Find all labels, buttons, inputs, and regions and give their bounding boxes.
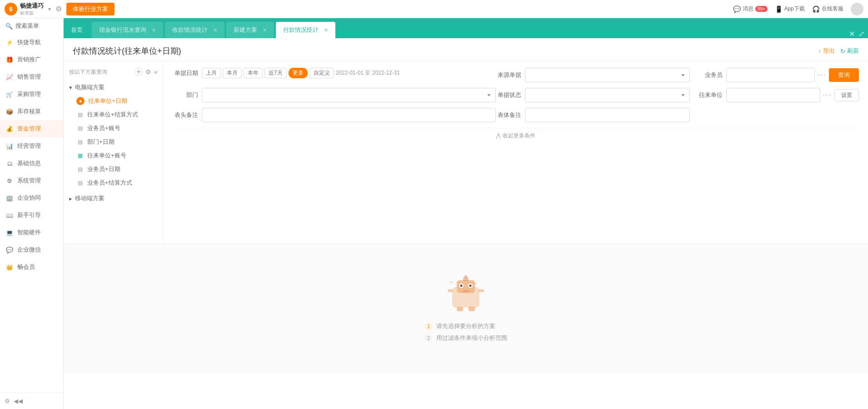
sidebar: 搜索菜单 ⚡快捷导航🎁营销推广📈销售管理🛒采购管理📦库存核算💰资金管理📊经营管理… — [0, 18, 64, 409]
export-button[interactable]: ↑ 导出 — [818, 47, 835, 55]
sidebar-item-hardware[interactable]: 💻智能硬件 — [0, 224, 63, 241]
sidebar-item-base[interactable]: 🗂基础信息 — [0, 155, 63, 172]
partner-dots-btn[interactable]: ··· — [823, 91, 832, 99]
tab-actions: ✕ ⤢ — [845, 30, 868, 38]
svg-rect-10 — [469, 307, 475, 311]
logo-dropdown-icon[interactable]: ▾ — [48, 6, 51, 12]
tab-receivable-close[interactable] — [213, 27, 217, 33]
voucher-status-select[interactable] — [525, 88, 690, 102]
top-bar: 6 畅捷通巧 标准版 ▾ ⚙ 体验行业方案 消息 99+ App下载 — [0, 0, 868, 18]
scheme-item-unit-account[interactable]: 往来单位+账号 — [64, 149, 163, 162]
tab-new-scheme[interactable]: 新建方案 — [226, 22, 274, 38]
search-menu-item[interactable]: 搜索菜单 — [0, 18, 63, 34]
scheme-item-unit-payment-icon — [76, 111, 84, 118]
scheme-pc-group-header[interactable]: ▾ 电脑端方案 — [64, 81, 163, 94]
sidebar-item-wechat[interactable]: 💬企业微信 — [0, 241, 63, 258]
collapse-button[interactable]: ⋀ 收起更多条件 — [493, 129, 539, 142]
empty-state-container: ✦ ✦ 1 请先选择要分析的方案 2 用过滤条件来缩小分析范围 — [64, 243, 868, 373]
date-btn-this-year[interactable]: 本年 — [244, 68, 263, 78]
sidebar-item-finance[interactable]: 💰资金管理 — [0, 120, 63, 137]
sidebar-item-corp[interactable]: 🏢企业协同 — [0, 189, 63, 207]
source-label: 来源单据 — [496, 71, 521, 79]
scheme-item-staff-date-label: 业务员+日期 — [87, 165, 120, 173]
tab-bank-flow-close[interactable] — [152, 27, 156, 33]
source-select[interactable] — [525, 68, 690, 82]
staff-label: 业务员 — [697, 71, 723, 79]
scheme-mobile-group-header[interactable]: ▸ 移动端方案 — [64, 192, 163, 205]
settings-icon[interactable]: ⚙ — [55, 5, 62, 13]
tip-2-text: 用过滤条件来缩小分析范围 — [436, 334, 507, 342]
sidebar-icon-manage: 📊 — [5, 142, 14, 150]
partner-input[interactable] — [726, 88, 820, 102]
tab-payment-stat[interactable]: 付款情况统计 — [276, 22, 335, 38]
tab-close-all-icon[interactable]: ✕ — [849, 30, 855, 38]
date-btn-custom[interactable]: 自定义 — [309, 68, 334, 78]
sidebar-item-system[interactable]: ⚙系统管理 — [0, 172, 63, 189]
date-btn-7days[interactable]: 近7天 — [264, 68, 287, 78]
scheme-item-unit-date[interactable]: ● 往来单位+日期 — [64, 94, 163, 108]
sidebar-icon-inventory: 📦 — [5, 107, 14, 116]
user-avatar[interactable] — [851, 3, 863, 15]
sidebar-settings-icon[interactable]: ⚙ — [5, 398, 10, 404]
sidebar-label-guide: 新手引导 — [17, 211, 41, 219]
search-icon — [5, 23, 13, 30]
refresh-button[interactable]: ↻ 刷新 — [840, 47, 859, 55]
scheme-pc-label: 电脑端方案 — [75, 83, 105, 91]
empty-state-illustration: ✦ ✦ — [443, 271, 489, 317]
staff-input[interactable] — [726, 68, 814, 82]
scheme-item-dept-date[interactable]: 部门+日期 — [64, 135, 163, 149]
industry-button[interactable]: 体验行业方案 — [66, 3, 115, 15]
scheme-add-icon[interactable]: + — [135, 68, 143, 76]
scheme-item-staff-payment[interactable]: 业务员+结算方式 — [64, 176, 163, 190]
dept-select[interactable] — [202, 88, 496, 102]
scheme-collapse-icon[interactable]: « — [154, 68, 158, 76]
sidebar-item-inventory[interactable]: 📦库存核算 — [0, 103, 63, 120]
scheme-item-staff-payment-icon — [76, 179, 84, 187]
tab-payment-stat-close[interactable] — [324, 27, 328, 33]
sidebar-item-sales[interactable]: 📈销售管理 — [0, 68, 63, 86]
scheme-item-staff-date-icon — [76, 166, 84, 173]
collapse-label: 收起更多条件 — [503, 132, 535, 139]
scheme-item-staff-date[interactable]: 业务员+日期 — [64, 162, 163, 176]
messages-button[interactable]: 消息 99+ — [733, 5, 768, 13]
date-control: 上月 本月 本年 近7天 更多 自定义 2022-01-01 至 2022-12… — [202, 68, 496, 78]
sidebar-item-manage[interactable]: 📊经营管理 — [0, 137, 63, 155]
sidebar-item-guide[interactable]: 📖新手引导 — [0, 207, 63, 224]
tab-receivable[interactable]: 收款情况统计 — [165, 22, 224, 38]
scheme-item-staff-payment-label: 业务员+结算方式 — [87, 179, 132, 187]
sidebar-item-marketing[interactable]: 🎁营销推广 — [0, 51, 63, 68]
date-btn-more[interactable]: 更多 — [289, 68, 308, 78]
main-area: 搜索菜单 ⚡快捷导航🎁营销推广📈销售管理🛒采购管理📦库存核算💰资金管理📊经营管理… — [0, 18, 868, 409]
sidebar-label-hardware: 智能硬件 — [17, 228, 41, 237]
scheme-item-dept-date-icon — [76, 138, 84, 146]
dept-dropdown-icon — [487, 94, 491, 96]
tab-new-scheme-close[interactable] — [263, 27, 267, 33]
sidebar-item-purchase[interactable]: 🛒采购管理 — [0, 86, 63, 103]
tab-maximize-icon[interactable]: ⤢ — [858, 30, 864, 38]
body-note-input[interactable] — [525, 108, 690, 122]
sidebar-item-member[interactable]: 👑畅会员 — [0, 258, 63, 276]
staff-control: ··· 查询 — [726, 68, 859, 82]
logo-text: 畅捷通巧 — [20, 2, 44, 10]
date-btn-this-month[interactable]: 本月 — [223, 68, 242, 78]
sidebar-item-quick-nav[interactable]: ⚡快捷导航 — [0, 34, 63, 51]
scheme-item-unit-payment[interactable]: 往来单位+结算方式 — [64, 108, 163, 121]
sidebar-icon-guide: 📖 — [5, 211, 14, 219]
tab-bank-flow[interactable]: 现金银行流水查询 — [92, 22, 163, 38]
settings-button[interactable]: 设置 — [834, 89, 859, 101]
staff-dots-btn[interactable]: ··· — [818, 71, 826, 79]
filter-field-voucher-status: 单据状态 — [496, 88, 690, 102]
date-btn-last-month[interactable]: 上月 — [202, 68, 221, 78]
online-service-button[interactable]: 在线客服 — [812, 5, 843, 13]
logo-icon: 6 — [5, 3, 17, 15]
app-download-button[interactable]: App下载 — [775, 5, 805, 13]
sidebar-collapse-icon[interactable]: ◀◀ — [14, 398, 23, 404]
tab-home[interactable]: 首页 — [64, 22, 90, 38]
voucher-status-control — [525, 88, 690, 102]
header-note-input[interactable] — [202, 108, 496, 122]
scheme-settings-icon[interactable]: ⚙ — [145, 68, 151, 76]
tab-bank-flow-label: 现金银行流水查询 — [99, 26, 146, 34]
scheme-item-unit-date-icon: ● — [76, 97, 85, 105]
query-button[interactable]: 查询 — [829, 68, 859, 82]
scheme-item-staff-account[interactable]: 业务员+账号 — [64, 121, 163, 135]
